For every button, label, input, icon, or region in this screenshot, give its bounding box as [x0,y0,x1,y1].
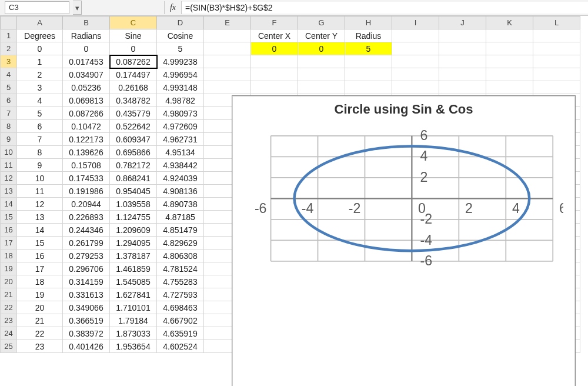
cell-J3[interactable] [439,55,486,68]
cell-K5[interactable] [486,81,533,94]
cell-D15[interactable]: 4.87185 [157,211,204,224]
cell-C16[interactable]: 1.209609 [110,224,157,237]
cell-J1[interactable] [439,29,486,42]
row-header-1[interactable]: 1 [1,29,17,42]
cell-I1[interactable] [392,29,439,42]
cell-A12[interactable]: 10 [17,172,63,185]
cell-L3[interactable] [533,55,580,68]
cell-D14[interactable]: 4.890738 [157,198,204,211]
cell-B12[interactable]: 0.174533 [63,172,110,185]
cell-D23[interactable]: 4.667902 [157,314,204,327]
cell-A2[interactable]: 0 [17,42,63,55]
cell-C13[interactable]: 0.954045 [110,185,157,198]
cell-D3[interactable]: 4.999238 [157,55,204,68]
cell-B13[interactable]: 0.191986 [63,185,110,198]
cell-H5[interactable] [345,81,392,94]
row-header-24[interactable]: 24 [1,327,17,340]
column-header-K[interactable]: K [486,16,533,29]
worksheet-area[interactable]: ABCDEFGHIJKL 1DegreesRadiansSineCosineCe… [0,16,588,386]
cell-J2[interactable] [439,42,486,55]
cell-A22[interactable]: 20 [17,301,63,314]
cell-B16[interactable]: 0.244346 [63,224,110,237]
name-box[interactable]: C3 [5,1,69,14]
cell-G1[interactable]: Center Y [298,29,345,42]
cell-C10[interactable]: 0.695866 [110,146,157,159]
cell-F5[interactable] [251,81,298,94]
cell-D7[interactable]: 4.980973 [157,107,204,120]
cell-C18[interactable]: 1.378187 [110,249,157,262]
cell-C17[interactable]: 1.294095 [110,237,157,249]
row-header-4[interactable]: 4 [1,68,17,81]
column-header-J[interactable]: J [439,16,486,29]
cell-A19[interactable]: 17 [17,262,63,275]
cell-G4[interactable] [298,68,345,81]
cell-B2[interactable]: 0 [63,42,110,55]
cell-A14[interactable]: 12 [17,198,63,211]
column-header-A[interactable]: A [17,16,63,29]
row-header-23[interactable]: 23 [1,314,17,327]
cell-H3[interactable] [345,55,392,68]
cell-C9[interactable]: 0.609347 [110,133,157,146]
cell-C3[interactable]: 0.087262 [110,55,157,68]
cell-C5[interactable]: 0.26168 [110,81,157,94]
row-header-25[interactable]: 25 [1,340,17,353]
cell-A7[interactable]: 5 [17,107,63,120]
cell-D5[interactable]: 4.993148 [157,81,204,94]
row-header-22[interactable]: 22 [1,301,17,314]
cell-A4[interactable]: 2 [17,68,63,81]
cell-A3[interactable]: 1 [17,55,63,68]
cell-C21[interactable]: 1.627841 [110,288,157,301]
cell-F1[interactable]: Center X [251,29,298,42]
cell-A20[interactable]: 18 [17,275,63,288]
cell-K4[interactable] [486,68,533,81]
cell-B17[interactable]: 0.261799 [63,237,110,249]
cell-B22[interactable]: 0.349066 [63,301,110,314]
cell-J5[interactable] [439,81,486,94]
cell-D9[interactable]: 4.962731 [157,133,204,146]
column-header-L[interactable]: L [533,16,580,29]
column-header-B[interactable]: B [63,16,110,29]
cell-C8[interactable]: 0.522642 [110,120,157,133]
cell-B15[interactable]: 0.226893 [63,211,110,224]
cell-A23[interactable]: 21 [17,314,63,327]
cell-C15[interactable]: 1.124755 [110,211,157,224]
cell-D21[interactable]: 4.727593 [157,288,204,301]
cell-A18[interactable]: 16 [17,249,63,262]
cell-B25[interactable]: 0.401426 [63,340,110,353]
cell-G5[interactable] [298,81,345,94]
row-header-3[interactable]: 3 [1,55,17,68]
cell-A15[interactable]: 13 [17,211,63,224]
cell-D2[interactable]: 5 [157,42,204,55]
cell-C6[interactable]: 0.348782 [110,94,157,107]
cell-B23[interactable]: 0.366519 [63,314,110,327]
cell-C4[interactable]: 0.174497 [110,68,157,81]
cell-D19[interactable]: 4.781524 [157,262,204,275]
cell-C14[interactable]: 1.039558 [110,198,157,211]
cell-E1[interactable] [204,29,251,42]
cell-D6[interactable]: 4.98782 [157,94,204,107]
cell-B21[interactable]: 0.331613 [63,288,110,301]
cell-C23[interactable]: 1.79184 [110,314,157,327]
cell-K1[interactable] [486,29,533,42]
cell-E3[interactable] [204,55,251,68]
cell-D1[interactable]: Cosine [157,29,204,42]
cell-K3[interactable] [486,55,533,68]
cell-C25[interactable]: 1.953654 [110,340,157,353]
cell-J4[interactable] [439,68,486,81]
row-header-17[interactable]: 17 [1,237,17,249]
cell-B5[interactable]: 0.05236 [63,81,110,94]
cell-K2[interactable] [486,42,533,55]
row-header-16[interactable]: 16 [1,224,17,237]
cell-C11[interactable]: 0.782172 [110,159,157,172]
insert-function-button[interactable]: fx [164,1,182,14]
column-header-D[interactable]: D [157,16,204,29]
cell-B9[interactable]: 0.122173 [63,133,110,146]
column-header-I[interactable]: I [392,16,439,29]
cell-B3[interactable]: 0.017453 [63,55,110,68]
row-header-18[interactable]: 18 [1,249,17,262]
cell-L5[interactable] [533,81,580,94]
cell-C20[interactable]: 1.545085 [110,275,157,288]
cell-D22[interactable]: 4.698463 [157,301,204,314]
row-header-20[interactable]: 20 [1,275,17,288]
cell-L1[interactable] [533,29,580,42]
